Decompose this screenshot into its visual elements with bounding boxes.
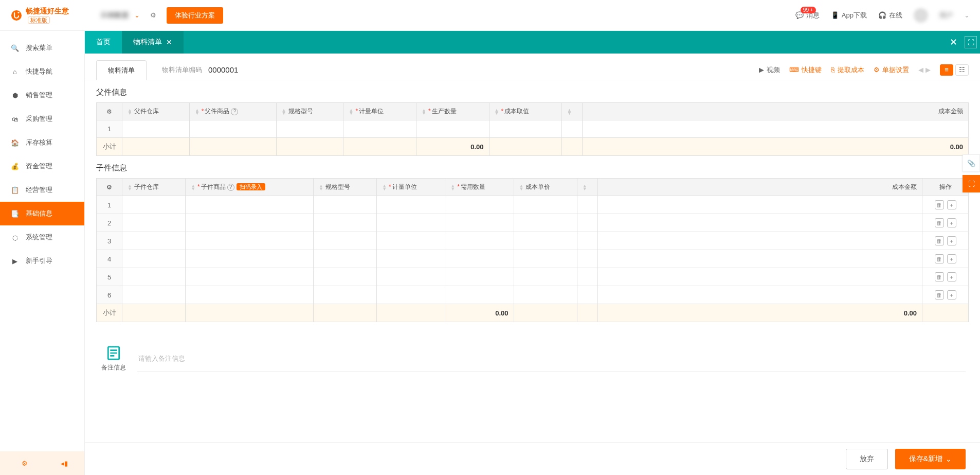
sidebar-settings-icon[interactable]: ⚙ bbox=[22, 460, 28, 467]
sidebar-item-system[interactable]: ◌系统管理 bbox=[0, 225, 84, 249]
trial-button[interactable]: 体验行业方案 bbox=[167, 7, 223, 24]
video-label: 视频 bbox=[767, 65, 780, 75]
tab-close-icon[interactable]: ✕ bbox=[166, 38, 172, 46]
child-row[interactable]: 6🗑＋ bbox=[97, 286, 969, 304]
child-col-product[interactable]: ▲▼*子件商品?扫码录入 bbox=[186, 179, 314, 196]
next-record-icon[interactable]: ▶ bbox=[925, 66, 931, 74]
tab-bom[interactable]: 物料清单 ✕ bbox=[122, 31, 184, 54]
child-row[interactable]: 3🗑＋ bbox=[97, 232, 969, 250]
parent-subtotal-row: 小计 0.00 0.00 bbox=[97, 138, 969, 156]
delete-row-icon[interactable]: 🗑 bbox=[935, 272, 944, 282]
prev-record-icon[interactable]: ◀ bbox=[918, 66, 923, 74]
remarks-input[interactable] bbox=[137, 345, 966, 372]
view-card-icon[interactable]: ☷ bbox=[955, 64, 969, 76]
chevron-down-icon[interactable]: ⌄ bbox=[134, 11, 140, 19]
parent-col-product[interactable]: ▲▼*父件商品? bbox=[189, 103, 276, 120]
add-row-icon[interactable]: ＋ bbox=[947, 218, 956, 227]
parent-col-costamt[interactable]: 成本金额 bbox=[583, 103, 969, 120]
sidebar-item-search-menu[interactable]: 🔍搜索菜单 bbox=[0, 36, 84, 60]
sidebar-item-label: 经营管理 bbox=[26, 185, 52, 195]
child-row[interactable]: 2🗑＋ bbox=[97, 214, 969, 232]
user-avatar[interactable] bbox=[914, 8, 928, 23]
add-row-icon[interactable]: ＋ bbox=[947, 272, 956, 282]
shortcut-link[interactable]: ⌨快捷键 bbox=[789, 65, 822, 75]
sidebar-item-inventory[interactable]: 🏠库存核算 bbox=[0, 131, 84, 154]
extract-cost-link[interactable]: ⎘提取成本 bbox=[831, 65, 864, 75]
parent-subtotal-label: 小计 bbox=[97, 138, 122, 156]
sidebar-item-purchase[interactable]: 🛍采购管理 bbox=[0, 107, 84, 131]
view-list-icon[interactable]: ≡ bbox=[940, 64, 953, 76]
parent-col-blank[interactable]: ▲▼ bbox=[562, 103, 583, 120]
save-and-new-button[interactable]: 保存&新增 ⌄ bbox=[895, 449, 966, 469]
video-link[interactable]: ▶视频 bbox=[759, 65, 780, 75]
child-subtotal-qty: 0.00 bbox=[445, 304, 514, 322]
row-number: 4 bbox=[97, 250, 122, 268]
delete-row-icon[interactable]: 🗑 bbox=[935, 218, 944, 227]
child-col-warehouse[interactable]: ▲▼子件仓库 bbox=[122, 179, 186, 196]
close-all-tabs-icon[interactable]: ✕ bbox=[945, 37, 963, 48]
child-col-config[interactable]: ⚙ bbox=[97, 179, 122, 196]
add-row-icon[interactable]: ＋ bbox=[947, 290, 956, 300]
sidebar-item-label: 新手引导 bbox=[26, 256, 52, 266]
child-col-costamt[interactable]: 成本金额 bbox=[597, 179, 922, 196]
parent-row[interactable]: 1 bbox=[97, 120, 969, 138]
child-col-blank[interactable]: ▲▼ bbox=[577, 179, 597, 196]
parent-table: ⚙ ▲▼父件仓库 ▲▼*父件商品? ▲▼规格型号 ▲▼*计量单位 ▲▼*生产数量… bbox=[96, 102, 969, 156]
remarks-label: 备注信息 bbox=[101, 363, 126, 372]
parent-col-config[interactable]: ⚙ bbox=[97, 103, 122, 120]
logo[interactable]: 畅捷通好生意 标准版 bbox=[10, 7, 85, 24]
attachment-icon[interactable]: 📎 bbox=[963, 154, 980, 172]
help-icon[interactable]: ? bbox=[227, 184, 234, 191]
sidebar-item-quick-nav[interactable]: ⌂快捷导航 bbox=[0, 60, 84, 83]
child-col-unitcost[interactable]: ▲▼成本单价 bbox=[514, 179, 577, 196]
delete-row-icon[interactable]: 🗑 bbox=[935, 200, 944, 209]
messages-link[interactable]: 💬 消息 99 + bbox=[795, 11, 820, 20]
account-settings-icon[interactable]: ⚙ bbox=[150, 11, 156, 19]
sidebar-item-finance[interactable]: 💰资金管理 bbox=[0, 154, 84, 178]
online-support-link[interactable]: 🎧 在线 bbox=[878, 11, 902, 20]
expand-icon[interactable]: ⛶ bbox=[963, 175, 980, 192]
sidebar-item-sales[interactable]: ⬢销售管理 bbox=[0, 83, 84, 107]
subtab-bom[interactable]: 物料清单 bbox=[96, 60, 147, 80]
app-download-link[interactable]: 📱 App下载 bbox=[831, 11, 867, 20]
add-row-icon[interactable]: ＋ bbox=[947, 200, 956, 209]
parent-col-qty-label: 生产数量 bbox=[432, 108, 457, 115]
sidebar-item-base-info[interactable]: 📑基础信息 bbox=[0, 202, 84, 225]
delete-row-icon[interactable]: 🗑 bbox=[935, 254, 944, 263]
scan-input-badge[interactable]: 扫码录入 bbox=[237, 183, 265, 190]
sidebar-item-operation[interactable]: 📋经营管理 bbox=[0, 178, 84, 202]
parent-col-unit[interactable]: ▲▼*计量单位 bbox=[343, 103, 416, 120]
account-switcher[interactable]: 示例账套 ⌄ ⚙ bbox=[100, 11, 156, 20]
parent-col-costmode[interactable]: ▲▼*成本取值 bbox=[489, 103, 562, 120]
remarks-block: 备注信息 bbox=[96, 337, 969, 380]
child-subtotal-amt: 0.00 bbox=[597, 304, 922, 322]
sidebar-collapse-icon[interactable]: ◂▮ bbox=[61, 460, 68, 467]
add-row-icon[interactable]: ＋ bbox=[947, 254, 956, 263]
parent-col-spec[interactable]: ▲▼规格型号 bbox=[276, 103, 343, 120]
row-number: 1 bbox=[97, 120, 122, 138]
tab-home[interactable]: 首页 bbox=[85, 31, 122, 54]
child-col-unit[interactable]: ▲▼*计量单位 bbox=[377, 179, 445, 196]
page-toolbar: 物料清单 物料清单编码 0000001 ▶视频 ⌨快捷键 ⎘提取成本 ⚙单据设置… bbox=[85, 54, 980, 80]
child-row[interactable]: 4🗑＋ bbox=[97, 250, 969, 268]
extract-icon: ⎘ bbox=[831, 66, 835, 74]
fullscreen-icon[interactable]: ⛶ bbox=[965, 36, 977, 48]
child-col-qty[interactable]: ▲▼*需用数量 bbox=[445, 179, 514, 196]
discard-button[interactable]: 放弃 bbox=[846, 449, 888, 469]
sidebar-item-guide[interactable]: ▶新手引导 bbox=[0, 249, 84, 273]
child-col-spec[interactable]: ▲▼规格型号 bbox=[314, 179, 377, 196]
help-icon[interactable]: ? bbox=[231, 108, 238, 115]
username[interactable]: 用户 bbox=[939, 11, 953, 20]
chevron-down-icon[interactable]: ⌄ bbox=[964, 11, 970, 19]
parent-col-qty[interactable]: ▲▼*生产数量 bbox=[416, 103, 489, 120]
workspace-tabs: 首页 物料清单 ✕ ✕ ⛶ bbox=[85, 31, 980, 54]
child-row[interactable]: 1🗑＋ bbox=[97, 196, 969, 214]
add-row-icon[interactable]: ＋ bbox=[947, 236, 956, 245]
brand-edition: 标准版 bbox=[28, 16, 50, 24]
child-row[interactable]: 5🗑＋ bbox=[97, 268, 969, 286]
parent-col-product-label: 父件商品 bbox=[205, 108, 229, 115]
doc-settings-link[interactable]: ⚙单据设置 bbox=[874, 65, 909, 75]
parent-col-warehouse[interactable]: ▲▼父件仓库 bbox=[122, 103, 190, 120]
delete-row-icon[interactable]: 🗑 bbox=[935, 236, 944, 245]
delete-row-icon[interactable]: 🗑 bbox=[935, 290, 944, 300]
